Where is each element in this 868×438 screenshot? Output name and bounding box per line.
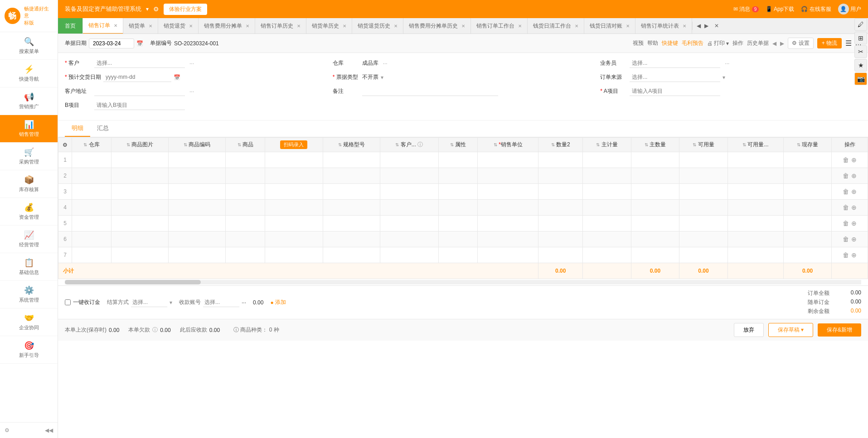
tab-sales-invoice[interactable]: 销货单 ✕: [123, 18, 158, 34]
right-btn-5[interactable]: 📷: [854, 72, 867, 85]
b-project-input[interactable]: [94, 101, 185, 110]
customer-address-input[interactable]: [94, 87, 185, 96]
app-download-button[interactable]: 📱 App下载: [766, 5, 794, 13]
copy-row-button[interactable]: ⊕: [851, 204, 857, 211]
warehouse-more-icon[interactable]: ···: [383, 60, 388, 67]
customer-input[interactable]: [94, 58, 185, 68]
chevron-down-icon[interactable]: ▾: [146, 6, 149, 12]
page-nav-prev[interactable]: ◀: [772, 40, 776, 47]
sidebar-item-search[interactable]: 🔍 搜索菜单: [0, 32, 58, 60]
horizontal-scrollbar[interactable]: [58, 279, 868, 285]
tab-close-icon[interactable]: ✕: [575, 24, 578, 29]
invoice-type-dropdown-icon[interactable]: ▾: [381, 74, 383, 81]
row-code[interactable]: [169, 152, 226, 168]
help-button[interactable]: 帮助: [647, 39, 658, 47]
row-spec[interactable]: [323, 152, 380, 168]
discard-button[interactable]: 放弃: [734, 323, 764, 337]
tab-close-icon[interactable]: ✕: [518, 24, 522, 29]
tab-sales-return[interactable]: 销货退货 ✕: [158, 18, 199, 34]
tab-close-icon[interactable]: ✕: [246, 24, 249, 29]
quick-checkout-checkbox[interactable]: [65, 299, 71, 305]
tab-close-icon[interactable]: ✕: [114, 23, 117, 28]
settings-button[interactable]: ⚙ 设置: [788, 38, 813, 49]
settings-gear-icon[interactable]: ⚙: [153, 5, 159, 13]
industry-plan-button[interactable]: 体验行业方案: [164, 4, 207, 15]
calendar-icon[interactable]: 📅: [136, 40, 143, 47]
add-logistics-button[interactable]: + 物流: [817, 38, 842, 48]
save-draft-button[interactable]: 保存草稿 ▾: [768, 323, 813, 337]
tab-prev-icon[interactable]: ◀: [695, 22, 703, 30]
calendar-icon-2[interactable]: 📅: [174, 74, 180, 81]
online-service-button[interactable]: 🎧 在线客服: [801, 5, 831, 13]
tab-close-icon[interactable]: ✕: [297, 24, 301, 29]
a-project-input[interactable]: [630, 87, 720, 96]
add-payment-button[interactable]: ● 添加: [270, 298, 286, 306]
shortcut-button[interactable]: 快捷键: [662, 39, 678, 47]
tab-sales-fee[interactable]: 销售费用分摊单 ✕: [199, 18, 255, 34]
col-settings[interactable]: ⚙: [58, 138, 72, 152]
tab-fee-history[interactable]: 销售费用分摊单历史 ✕: [403, 18, 471, 34]
copy-row-button[interactable]: ⊕: [851, 188, 857, 195]
sidebar-item-enterprise[interactable]: 🤝 企业协同: [0, 308, 58, 336]
print-button[interactable]: 🖨 打印 ▾: [707, 39, 729, 47]
tab-sales-order[interactable]: 销售订单 ✕: [83, 18, 123, 34]
sidebar-item-system[interactable]: ⚙️ 系统管理: [0, 281, 58, 308]
payment-method-input[interactable]: [131, 298, 167, 307]
tab-detail[interactable]: 明细: [65, 120, 90, 137]
right-btn-3[interactable]: ✂: [854, 45, 867, 58]
collapse-icon[interactable]: ◀◀: [45, 427, 53, 433]
sidebar-item-inventory[interactable]: 📦 库存核算: [0, 170, 58, 198]
tab-workbench[interactable]: 销售订单工作台 ✕: [471, 18, 528, 34]
tab-close-icon[interactable]: ✕: [461, 24, 465, 29]
tab-close-icon[interactable]: ✕: [626, 24, 630, 29]
copy-row-button[interactable]: ⊕: [851, 220, 857, 227]
delete-row-button[interactable]: 🗑: [843, 220, 849, 227]
remark-input[interactable]: [362, 87, 498, 96]
copy-row-button[interactable]: ⊕: [851, 172, 857, 179]
salesperson-input[interactable]: [630, 58, 720, 68]
tab-close-icon[interactable]: ✕: [149, 24, 152, 29]
sidebar-item-marketing[interactable]: 📢 营销推广: [0, 87, 58, 115]
tab-home[interactable]: 首页: [58, 18, 83, 34]
info-icon[interactable]: ⓘ: [417, 141, 423, 148]
payment-dropdown-icon[interactable]: ▾: [170, 299, 172, 306]
tab-close-all-icon[interactable]: ✕: [713, 22, 721, 30]
tab-daily-reconcile[interactable]: 钱货日清对账 ✕: [584, 18, 635, 34]
layout-icon[interactable]: ☰: [845, 39, 852, 48]
save-new-button[interactable]: 保存&新增: [818, 323, 861, 337]
row-attr[interactable]: [438, 152, 478, 168]
tab-close-icon[interactable]: ✕: [394, 24, 398, 29]
row-customer-code[interactable]: [380, 152, 438, 168]
sidebar-item-purchase[interactable]: 🛒 采购管理: [0, 143, 58, 170]
row-warehouse[interactable]: [72, 152, 112, 168]
customer-more-icon[interactable]: ···: [189, 60, 194, 67]
profit-button[interactable]: 毛利预告: [682, 39, 703, 47]
receipt-more-icon[interactable]: ···: [242, 299, 246, 306]
tab-next-icon[interactable]: ▶: [703, 22, 710, 30]
date-input[interactable]: [89, 39, 134, 48]
delete-row-button[interactable]: 🗑: [843, 204, 849, 211]
copy-row-button[interactable]: ⊕: [851, 156, 857, 164]
order-source-input[interactable]: [630, 72, 720, 82]
tab-invoice-history[interactable]: 销货单历史 ✕: [306, 18, 352, 34]
user-avatar[interactable]: 👤 用户: [838, 4, 861, 14]
settings-icon[interactable]: ⚙: [5, 427, 10, 433]
sidebar-item-guide[interactable]: 🎯 新手引导: [0, 336, 58, 364]
info-icon-3[interactable]: ⓘ: [233, 327, 239, 333]
sidebar-item-operations[interactable]: 📈 经营管理: [0, 226, 58, 253]
sidebar-item-quick-nav[interactable]: ⚡ 快捷导航: [0, 60, 58, 87]
tab-daily-clear[interactable]: 钱货日清工作台 ✕: [528, 18, 584, 34]
address-more-icon[interactable]: ···: [189, 88, 194, 95]
delivery-date-input[interactable]: [103, 72, 171, 82]
preview-button[interactable]: 视预: [633, 39, 644, 47]
tab-sales-history[interactable]: 销售订单历史 ✕: [255, 18, 306, 34]
copy-row-button[interactable]: ⊕: [851, 236, 857, 243]
tab-close-icon[interactable]: ✕: [343, 24, 346, 29]
delete-row-button[interactable]: 🗑: [843, 172, 849, 179]
tab-statistics[interactable]: 销售订单统计表 ✕: [635, 18, 692, 34]
scan-button[interactable]: 扫码录入: [280, 140, 307, 149]
delete-row-button[interactable]: 🗑: [843, 251, 849, 259]
delete-row-button[interactable]: 🗑: [843, 188, 849, 195]
tab-return-history[interactable]: 销货退货历史 ✕: [352, 18, 403, 34]
tab-close-icon[interactable]: ✕: [683, 24, 686, 29]
